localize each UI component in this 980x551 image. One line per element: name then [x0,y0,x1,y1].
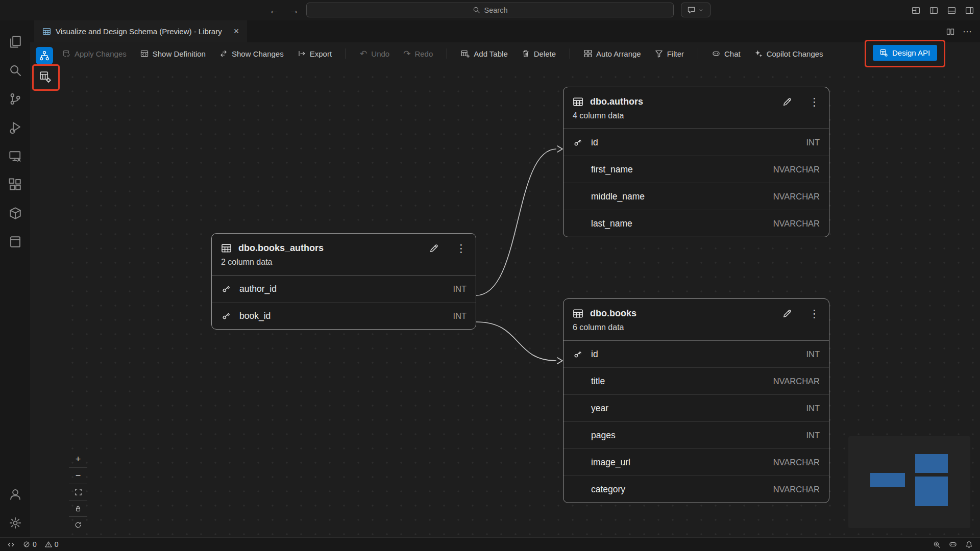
zoom-in-button[interactable]: + [69,452,87,468]
column-row[interactable]: id INT [564,129,829,156]
edit-table-icon[interactable] [782,309,792,319]
split-editor-icon[interactable] [946,28,954,36]
toggle-primary-sidebar-icon[interactable] [929,6,938,15]
column-row[interactable]: id INT [564,341,829,367]
status-bar: 0 0 [0,537,980,551]
problems-warnings[interactable]: 0 [45,540,59,548]
column-type: INT [453,284,467,294]
run-debug-icon[interactable] [3,113,28,142]
remote-indicator-icon[interactable] [7,541,15,548]
app-window: ← → Search Visualize and Design Schema (… [0,0,980,551]
edit-table-icon[interactable] [429,243,439,254]
search-icon [473,6,480,14]
show-definition-button[interactable]: Show Definition [140,49,206,58]
fit-to-screen-button[interactable] [69,484,87,500]
minimap-block-books [915,477,948,506]
show-changes-button[interactable]: Show Changes [219,49,284,58]
extensions-icon[interactable] [3,170,28,199]
add-table-button[interactable]: Add Table [461,49,507,58]
accounts-icon[interactable] [3,480,28,509]
column-name: category [591,484,625,495]
column-type: NVARCHAR [773,192,820,202]
database-projects-icon[interactable] [3,228,28,256]
export-button[interactable]: Export [298,49,332,58]
annotation-box-design-api [865,40,945,67]
column-row[interactable]: author_id INT [212,276,476,302]
copilot-changes-button[interactable]: Copilot Changes [754,49,823,58]
delete-button[interactable]: Delete [522,49,556,58]
column-row[interactable]: first_name NVARCHAR [564,156,829,183]
toggle-panel-icon[interactable] [947,6,956,15]
tab-close-icon[interactable]: × [234,26,239,37]
zoom-out-button[interactable]: − [69,468,87,484]
table-card-books[interactable]: dbo.books ⋮ 6 column data id INT title N… [563,298,829,503]
table-subtitle: 6 column data [564,321,829,341]
redo-button[interactable]: ↷ Redo [403,49,433,58]
table-card-books-authors[interactable]: dbo.books_authors ⋮ 2 column data author… [211,233,476,330]
toolbar-separator [570,48,570,59]
table-header: dbo.books_authors ⋮ [212,234,476,256]
primary-key-icon [573,349,591,359]
table-icon [573,96,583,107]
statusbar-right [933,540,980,548]
column-name: year [591,403,608,414]
refresh-button[interactable] [69,517,87,533]
more-actions-icon[interactable]: ⋯ [963,26,972,37]
tab-bar: Visualize and Design Schema (Preview) - … [30,20,980,42]
problems-errors[interactable]: 0 [23,540,37,548]
table-menu-icon[interactable]: ⋮ [809,96,820,107]
schema-view-button[interactable] [36,47,53,64]
nav-forward-button[interactable]: → [289,0,299,20]
error-count: 0 [33,540,37,548]
column-name: title [591,376,605,387]
notifications-bell-icon[interactable] [965,541,973,548]
remote-explorer-icon[interactable] [3,142,28,170]
edit-table-icon[interactable] [782,97,792,107]
lock-canvas-button[interactable] [69,500,87,517]
undo-button[interactable]: ↶ Undo [360,49,389,58]
column-row[interactable]: pages INT [564,421,829,448]
column-row[interactable]: year INT [564,394,829,421]
column-type: NVARCHAR [773,219,820,229]
search-activity-icon[interactable] [3,56,28,85]
minimap[interactable] [848,436,970,528]
filter-button[interactable]: Filter [655,49,684,58]
column-type: NVARCHAR [773,165,820,174]
apply-changes-button[interactable]: Apply Changes [62,49,127,58]
column-row[interactable]: title NVARCHAR [564,367,829,394]
customize-layout-icon[interactable] [912,6,920,15]
table-subtitle: 4 column data [564,109,829,129]
warning-icon [45,541,52,548]
toolbar-separator [447,48,447,59]
table-card-authors[interactable]: dbo.authors ⋮ 4 column data id INT first… [563,87,829,237]
copilot-chat-dropdown[interactable] [681,3,710,17]
table-rows: author_id INT book_id INT [212,276,476,329]
table-name: dbo.authors [590,96,643,107]
copilot-status-icon[interactable] [949,540,957,548]
source-control-icon[interactable] [3,85,28,113]
column-row[interactable]: last_name NVARCHAR [564,210,829,237]
undo-icon: ↶ [360,49,367,58]
auto-arrange-button[interactable]: Auto Arrange [584,49,641,58]
settings-gear-icon[interactable] [3,509,28,537]
toolbar-separator [698,48,698,59]
column-row[interactable]: book_id INT [212,302,476,329]
database-viewer-icon[interactable] [3,199,28,228]
table-menu-icon[interactable]: ⋮ [809,308,820,319]
relationship-connectors [60,65,980,537]
command-center-search[interactable]: Search [306,3,674,17]
explorer-icon[interactable] [3,28,28,56]
tab-visualize-design-schema[interactable]: Visualize and Design Schema (Preview) - … [34,20,247,42]
chat-button[interactable]: Chat [712,49,741,58]
column-row[interactable]: middle_name NVARCHAR [564,183,829,210]
column-row[interactable]: image_url NVARCHAR [564,448,829,475]
table-menu-icon[interactable]: ⋮ [456,243,467,254]
toggle-secondary-sidebar-icon[interactable] [965,6,974,15]
table-name: dbo.books_authors [238,243,324,254]
schema-canvas[interactable]: dbo.books_authors ⋮ 2 column data author… [60,65,980,537]
column-name: book_id [239,311,271,321]
nav-back-button[interactable]: ← [269,0,279,20]
zoom-status-icon[interactable] [933,541,941,548]
designer-tool-strip [30,42,60,537]
column-row[interactable]: category NVARCHAR [564,475,829,503]
